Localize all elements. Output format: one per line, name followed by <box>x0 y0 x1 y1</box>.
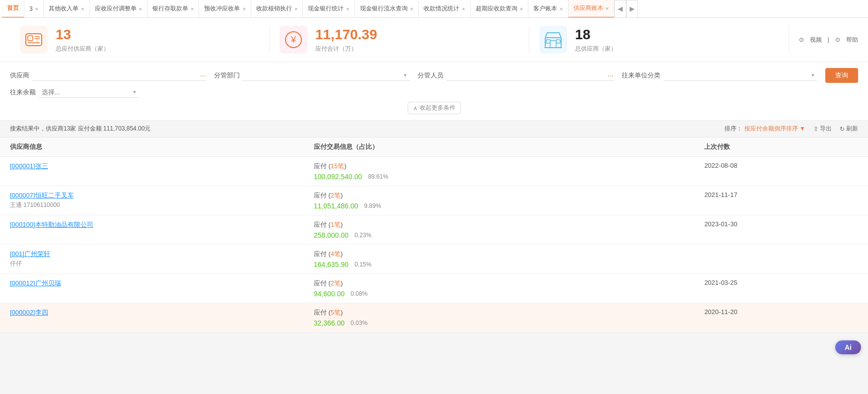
result-info: 搜索结果中，供应商13家 应付金额 111,703,854.00元 <box>10 125 150 133</box>
tx-label: 应付 (1笔) <box>314 220 685 229</box>
nav-tab-bank-deposit[interactable]: 银行存取款单 × <box>147 0 199 18</box>
supplier-link[interactable]: [000007]恒旺二手叉车 <box>10 192 74 199</box>
table-row: [000001]张三应付 (15笔)100,092,540.0089.61%20… <box>0 157 868 186</box>
balance-arrow-down-icon[interactable]: ▼ <box>130 89 139 95</box>
export-button[interactable]: ⇧ 导出 <box>813 125 832 133</box>
payable-amount: 164,635.90 <box>314 261 349 268</box>
table-body: [000001]张三应付 (15笔)100,092,540.0089.61%20… <box>0 157 868 332</box>
table-row: [000002]李四应付 (5笔)32,366.000.03%2020-11-2… <box>0 303 868 332</box>
tx-info-cell: 应付 (1笔)258,000.000.23% <box>304 215 695 245</box>
tx-count: 2笔 <box>331 279 341 287</box>
filter-dept: 分管部门 ▼ <box>214 70 410 81</box>
sort-label: 排序： 按应付余额倒序排序 ▼ <box>724 125 805 133</box>
table-header: 供应商信息 应付交易信息（占比） 上次付数 <box>0 137 868 157</box>
supplier-input[interactable] <box>32 70 200 80</box>
supplier-table-container: 供应商信息 应付交易信息（占比） 上次付数 [000001]张三应付 (15笔)… <box>0 137 868 332</box>
person-dots-icon[interactable]: ··· <box>608 71 614 79</box>
summary-text-total-suppliers: 18 总供应商（家） <box>575 26 617 54</box>
chevron-up-icon: ∧ <box>413 105 418 112</box>
nav-tab-supplier-ledger[interactable]: 供应商账本 × <box>569 0 614 18</box>
category-input[interactable] <box>663 70 809 80</box>
nav-tab-receipt-verify[interactable]: 收款核销执行 × <box>251 0 303 18</box>
dept-arrow-down-icon[interactable]: ▼ <box>401 72 410 78</box>
sort-select[interactable]: 按应付余额倒序排序 <box>744 125 798 132</box>
nav-tab-cash-bank-stat[interactable]: 现金银行统计 × <box>303 0 355 18</box>
table-row: [000012]广州贝瑞应付 (2笔)94,600.000.08%2021-03… <box>0 274 868 303</box>
result-bar-right: 排序： 按应付余额倒序排序 ▼ ⇧ 导出 ↻ 刷新 <box>724 125 858 133</box>
close-icon[interactable]: × <box>35 6 38 12</box>
balance-input[interactable] <box>39 87 130 97</box>
nav-tab-receipt-stat[interactable]: 收款情况统计 × <box>419 0 470 18</box>
collapse-button[interactable]: ∧ 收起更多条件 <box>408 102 461 114</box>
supplier-info-cell: [000007]恒旺二手叉车王通 17106110000 <box>0 186 304 215</box>
close-icon[interactable]: × <box>606 5 609 11</box>
supplier-sub-info: 仔仔 <box>10 260 294 268</box>
supplier-info-cell: [000001]张三 <box>0 157 304 186</box>
supplier-link[interactable]: [000001]张三 <box>10 162 48 170</box>
tx-count: 15笔 <box>331 162 344 170</box>
video-link[interactable]: 视频 <box>810 36 822 44</box>
nav-tab-overdue-ar[interactable]: 超期应收款查询 × <box>471 0 528 18</box>
help-link[interactable]: 帮助 <box>846 36 858 44</box>
close-icon[interactable]: × <box>81 6 84 12</box>
category-arrow-down-icon[interactable]: ▼ <box>808 72 817 78</box>
nav-tab-home[interactable]: 首页 <box>2 0 24 18</box>
supplier-dots-icon[interactable]: ··· <box>200 71 206 79</box>
top-navigation: 首页 3 × 其他收入单 × 应收应付调整单 × 银行存取款单 × 预收冲应收单… <box>0 0 868 18</box>
collapse-row: ∧ 收起更多条件 <box>10 102 858 114</box>
tx-label: 应付 (2笔) <box>314 279 685 288</box>
col-header-supplier-info: 供应商信息 <box>0 137 304 157</box>
supplier-table: 供应商信息 应付交易信息（占比） 上次付数 [000001]张三应付 (15笔)… <box>0 137 868 332</box>
close-icon[interactable]: × <box>410 6 413 12</box>
dept-input[interactable] <box>243 70 401 80</box>
supplier-filter-input-wrapper: ··· <box>32 70 206 81</box>
tx-info-cell: 应付 (4笔)164,635.900.15% <box>304 245 695 274</box>
supplier-info-cell: [000002]李四 <box>0 303 304 332</box>
close-icon[interactable]: × <box>139 6 142 12</box>
nav-tab-ar-ap-adjust[interactable]: 应收应付调整单 × <box>90 0 147 18</box>
supplier-link[interactable]: [000002]李四 <box>10 309 48 316</box>
col-header-tx-info: 应付交易信息（占比） <box>304 137 695 157</box>
payable-percent: 9.89% <box>364 202 381 209</box>
svg-rect-9 <box>546 40 550 43</box>
table-row: [000100]本特勤油品有限公司应付 (1笔)258,000.000.23%2… <box>0 215 868 245</box>
payable-percent: 0.08% <box>351 290 367 297</box>
nav-tab-customer-ledger[interactable]: 客户账本 × <box>528 0 568 18</box>
refresh-button[interactable]: ↻ 刷新 <box>840 125 858 133</box>
person-input[interactable] <box>446 70 608 80</box>
close-icon[interactable]: × <box>191 6 194 12</box>
nav-tab-other-income[interactable]: 其他收入单 × <box>44 0 89 18</box>
close-icon[interactable]: × <box>520 6 523 12</box>
refresh-icon: ↻ <box>840 126 845 132</box>
tx-info-cell: 应付 (2笔)11,051,486.009.89% <box>304 186 695 215</box>
sort-arrow-icon[interactable]: ▼ <box>799 125 805 132</box>
tx-count: 1笔 <box>331 221 341 228</box>
close-icon[interactable]: × <box>294 6 297 12</box>
nav-tab-3[interactable]: 3 × <box>24 0 44 18</box>
supplier-link[interactable]: [000100]本特勤油品有限公司 <box>10 221 93 228</box>
nav-arrow-right[interactable]: ▶ <box>626 0 638 18</box>
close-icon[interactable]: × <box>346 6 349 12</box>
summary-text-suppliers: 13 总应付供应商（家） <box>56 26 109 54</box>
payable-amount: 32,366.00 <box>314 319 345 327</box>
filter-supplier: 供应商 ··· <box>10 70 206 81</box>
nav-tab-cash-bank-flow[interactable]: 现金银行流水查询 × <box>355 0 419 18</box>
top-right-links: ⊙ 视频 | ⊙ 帮助 <box>789 36 858 44</box>
person-filter-input-wrapper: ··· <box>446 70 614 81</box>
search-button[interactable]: 查询 <box>825 68 858 83</box>
total-suppliers-label: 总供应商（家） <box>575 45 617 53</box>
supplier-link[interactable]: [001]广州荣轩 <box>10 250 50 258</box>
nav-tab-advance-offset[interactable]: 预收冲应收单 × <box>199 0 251 18</box>
payable-amount: 11,051,486.00 <box>314 202 359 210</box>
total-payable-suppliers: 13 <box>56 26 109 43</box>
payable-percent: 89.61% <box>368 173 388 180</box>
svg-text:¥: ¥ <box>290 35 296 45</box>
close-icon[interactable]: × <box>242 6 245 12</box>
close-icon[interactable]: × <box>462 6 465 12</box>
close-icon[interactable]: × <box>560 6 563 12</box>
svg-rect-1 <box>28 36 33 41</box>
nav-arrow-left[interactable]: ◀ <box>614 0 626 18</box>
svg-rect-7 <box>545 38 561 48</box>
supplier-link[interactable]: [000012]广州贝瑞 <box>10 279 61 287</box>
filter-row-1: 供应商 ··· 分管部门 ▼ 分管人员 ··· 往来单位分类 ▼ <box>10 68 858 83</box>
